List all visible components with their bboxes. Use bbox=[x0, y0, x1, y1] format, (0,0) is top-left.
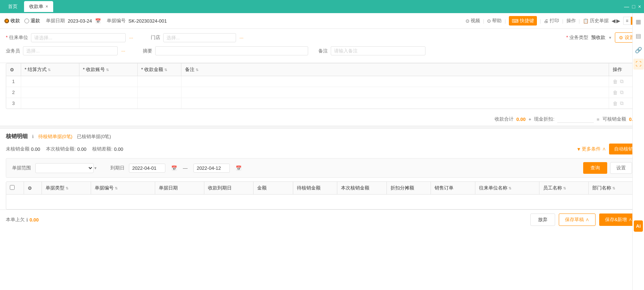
balance-label: 本单上欠 bbox=[6, 216, 25, 223]
cell-settlement-3[interactable] bbox=[21, 98, 79, 109]
divider4: | bbox=[562, 18, 563, 24]
radio-refund[interactable]: 退款 bbox=[24, 17, 40, 24]
tab-home[interactable]: 首页 bbox=[3, 1, 23, 12]
receivable-label: 可核销金额 bbox=[602, 116, 626, 122]
bth-discount: 折扣分摊额 bbox=[386, 182, 431, 195]
row-num-3: 3 bbox=[6, 98, 21, 109]
business-type-label: 业务类型 bbox=[566, 34, 588, 41]
ai-button[interactable]: Ai bbox=[634, 220, 643, 232]
cell-settlement-1[interactable] bbox=[21, 76, 79, 87]
help-btn[interactable]: ⊙ 帮助 bbox=[487, 17, 502, 24]
diff-stat: 核销差额: 0.00 bbox=[92, 146, 123, 152]
business-type-select-wrapper: 预收款 ▼ bbox=[591, 34, 612, 41]
video-label: 视频 bbox=[471, 17, 480, 24]
staff-input[interactable] bbox=[23, 46, 118, 55]
delete-icon-2[interactable]: 🗑 bbox=[613, 90, 618, 95]
nav-prev[interactable]: ◀ bbox=[612, 18, 616, 24]
radio-refund-input[interactable] bbox=[24, 19, 29, 23]
save-new-label: 保存&新增 ∧ bbox=[605, 216, 632, 223]
business-type-row: 业务类型 预收款 ▼ ⚙ 设置 bbox=[566, 32, 638, 43]
sort-icon-remark[interactable]: ⇅ bbox=[196, 68, 199, 72]
window-close[interactable]: × bbox=[638, 4, 641, 9]
window-maximize[interactable]: □ bbox=[632, 4, 635, 9]
shortcut-btn[interactable]: ⌨ 快捷键 bbox=[509, 16, 537, 26]
cell-account-3[interactable] bbox=[79, 98, 137, 109]
discount-input[interactable] bbox=[557, 115, 594, 123]
bottom-table: ⚙ 单据类型⇅ 单据编号⇅ 单据日期 收款到期日 bbox=[6, 182, 638, 209]
sort-icon-settlement[interactable]: ⇅ bbox=[48, 68, 51, 72]
cell-amount-2[interactable] bbox=[137, 87, 181, 98]
business-type-chevron[interactable]: ▼ bbox=[608, 36, 612, 40]
sidebar-icon-3[interactable]: 🔗 bbox=[633, 44, 644, 56]
sidebar-icon-4[interactable]: ⛶ bbox=[633, 59, 644, 70]
query-btn[interactable]: 查询 bbox=[583, 162, 607, 174]
tab-receipt[interactable]: 收款单 × bbox=[24, 1, 53, 12]
cell-account-2[interactable] bbox=[79, 87, 137, 98]
video-btn[interactable]: ⊙ 视频 bbox=[466, 17, 480, 24]
cal-to-icon[interactable]: 📅 bbox=[236, 165, 242, 171]
copy-icon-3[interactable]: ⧉ bbox=[620, 100, 624, 106]
pending-tab[interactable]: 待核销单据(0笔) bbox=[38, 133, 72, 140]
shop-more[interactable]: ··· bbox=[240, 35, 244, 40]
balance-info-icon[interactable]: ℹ bbox=[26, 217, 28, 223]
bth-settings[interactable] bbox=[6, 182, 24, 195]
total-value: 0.00 bbox=[517, 117, 526, 122]
history-btn[interactable]: 📋 历史单据 bbox=[583, 17, 609, 24]
bth-amount: 金额 bbox=[254, 182, 293, 195]
sort-icon-amount[interactable]: ⇅ bbox=[164, 68, 167, 72]
calendar-icon[interactable]: 📅 bbox=[95, 18, 101, 24]
history-label: 历史单据 bbox=[590, 17, 609, 24]
remark-input[interactable] bbox=[331, 46, 425, 55]
cell-account-1[interactable] bbox=[79, 76, 137, 87]
copy-icon-1[interactable]: ⧉ bbox=[620, 78, 624, 85]
bth-gear[interactable]: ⚙ bbox=[24, 182, 42, 195]
range-select[interactable] bbox=[35, 163, 94, 173]
summary-input[interactable] bbox=[155, 46, 308, 55]
abandon-btn[interactable]: 放弃 bbox=[530, 213, 555, 226]
footer-right: 放弃 保存草稿 ∧ 保存&新增 ∧ bbox=[530, 213, 638, 226]
counterpart-input[interactable] bbox=[31, 33, 126, 42]
form-row-1: 往来单位 ··· 门店 ··· 业务类型 预收款 ▼ ⚙ 设置 bbox=[6, 32, 638, 43]
cell-amount-3[interactable] bbox=[137, 98, 181, 109]
th-amount: * 收款金额 ⇅ bbox=[137, 63, 181, 76]
radio-receive-input[interactable] bbox=[4, 19, 9, 23]
counterpart-more[interactable]: ··· bbox=[129, 35, 133, 40]
staff-label: 业务员 bbox=[6, 48, 20, 54]
bth-number: 单据编号⇅ bbox=[91, 182, 155, 195]
diff-label: 核销差额: bbox=[92, 146, 113, 152]
sidebar-icon-2[interactable]: ▤ bbox=[633, 30, 643, 42]
date-to-input[interactable] bbox=[193, 164, 230, 173]
date-from-input[interactable] bbox=[129, 164, 165, 173]
cal-from-icon[interactable]: 📅 bbox=[171, 165, 177, 171]
date-settings-btn[interactable]: 设置 bbox=[610, 162, 632, 174]
select-all-checkbox[interactable] bbox=[10, 185, 15, 190]
nav-next[interactable]: ▶ bbox=[616, 18, 620, 24]
operation-btn[interactable]: 操作 bbox=[566, 17, 576, 24]
th-settings[interactable]: ⚙ bbox=[6, 63, 21, 76]
main-table: ⚙ * 结算方式 ⇅ * 收款账号 ⇅ bbox=[6, 63, 638, 109]
copy-icon-2[interactable]: ⧉ bbox=[620, 89, 624, 95]
sidebar-icon-1[interactable]: ▦ bbox=[633, 16, 643, 27]
cell-remark-1[interactable] bbox=[181, 76, 609, 87]
tab-receipt-close[interactable]: × bbox=[46, 4, 48, 9]
completed-tab[interactable]: 已核销单据(0笔) bbox=[77, 133, 111, 140]
delete-icon-1[interactable]: 🗑 bbox=[613, 79, 618, 85]
cell-remark-3[interactable] bbox=[181, 98, 609, 109]
date-label: 单据日期 bbox=[46, 17, 65, 24]
view-list-btn[interactable]: ≡ bbox=[623, 17, 631, 25]
delete-icon-3[interactable]: 🗑 bbox=[613, 101, 618, 106]
cell-amount-1[interactable] bbox=[137, 76, 181, 87]
shop-input[interactable] bbox=[163, 33, 236, 42]
more-conditions-btn[interactable]: ▼ 更多条件 ∧ bbox=[577, 146, 606, 152]
verify-info-icon[interactable]: ℹ bbox=[32, 134, 34, 139]
toolbar-right: ⊙ 视频 | ⊙ 帮助 | ⌨ 快捷键 | 🖨 打印 | 操作 | bbox=[466, 16, 640, 26]
cell-settlement-2[interactable] bbox=[21, 87, 79, 98]
radio-receive[interactable]: 收款 bbox=[4, 17, 20, 24]
window-minimize[interactable]: — bbox=[624, 4, 629, 9]
cell-remark-2[interactable] bbox=[181, 87, 609, 98]
plus-sign: + bbox=[529, 117, 531, 122]
sort-icon-account[interactable]: ⇅ bbox=[106, 68, 109, 72]
staff-more[interactable]: ··· bbox=[121, 48, 125, 54]
save-draft-btn[interactable]: 保存草稿 ∧ bbox=[559, 213, 596, 226]
print-btn[interactable]: 🖨 打印 bbox=[544, 17, 559, 24]
